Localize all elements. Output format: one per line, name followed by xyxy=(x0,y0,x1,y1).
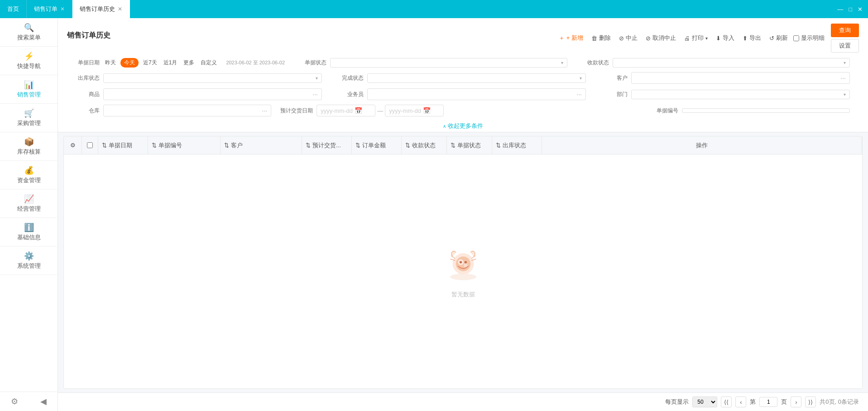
page-title: 销售订单历史 xyxy=(67,31,110,40)
stop-btn[interactable]: ⊘ 中止 xyxy=(616,32,640,44)
date-range-display: 2023-06-02 至 2023-06-02 xyxy=(226,59,285,66)
content-area: 销售订单历史 ＋ + 新增 🗑 删除 ⊘ 中止 ⊘ xyxy=(58,18,868,411)
dept-select[interactable]: ▾ xyxy=(631,90,850,99)
out-status-select[interactable]: ▾ xyxy=(103,73,322,83)
dept-arrow-icon: ▾ xyxy=(844,92,846,97)
prev-page-btn[interactable]: ‹ xyxy=(735,396,746,407)
svg-point-5 xyxy=(459,261,461,263)
sidebar-item-inventory[interactable]: 📦 库存核算 xyxy=(0,132,58,161)
per-page-select[interactable]: 50 100 200 xyxy=(692,396,717,407)
page-number-input[interactable] xyxy=(759,397,777,407)
finance-icon: 💰 xyxy=(24,166,34,174)
close-tab-history[interactable]: ✕ xyxy=(118,6,122,12)
query-button[interactable]: 查询 xyxy=(831,24,859,37)
sidebar-item-operations[interactable]: 📈 经营管理 xyxy=(0,189,58,218)
display-detail-toggle[interactable]: 显示明细 xyxy=(793,34,825,42)
operations-icon: 📈 xyxy=(24,195,34,203)
tab-sales-order-history[interactable]: 销售订单历史 ✕ xyxy=(72,0,130,18)
th-checkbox[interactable] xyxy=(82,136,98,154)
setting-button[interactable]: 设置 xyxy=(831,39,859,53)
page-label: 第 xyxy=(750,398,756,406)
th-doc-status[interactable]: ⇅ 单据状态 xyxy=(447,136,492,154)
stop-icon: ⊘ xyxy=(619,35,624,42)
sort-icon-out: ⇅ xyxy=(496,142,501,149)
new-btn[interactable]: ＋ + 新增 xyxy=(556,32,586,44)
out-status-arrow-icon: ▾ xyxy=(316,76,318,81)
next-page-btn[interactable]: › xyxy=(791,396,801,407)
doc-no-input[interactable] xyxy=(682,108,850,113)
sidebar-item-basics[interactable]: ℹ️ 基础信息 xyxy=(0,218,58,247)
sidebar-collapse-icon[interactable]: ◀ xyxy=(40,396,47,406)
date-today[interactable]: 今天 xyxy=(120,58,139,68)
customer-label: 客户 xyxy=(595,74,631,82)
pay-status-select[interactable]: ▾ xyxy=(613,58,850,68)
filter-row-4: 仓库 ··· 预计交货日期 yyyy-mm-dd 📅 — yyyy-mm-dd … xyxy=(67,105,859,116)
inventory-icon: 📦 xyxy=(24,138,34,146)
th-amount[interactable]: ⇅ 订单金额 xyxy=(352,136,402,154)
system-icon: ⚙️ xyxy=(24,252,34,260)
th-doc-no[interactable]: ⇅ 单据编号 xyxy=(148,136,221,154)
sidebar-item-system[interactable]: ⚙️ 系统管理 xyxy=(0,247,58,275)
th-out-status[interactable]: ⇅ 出库状态 xyxy=(492,136,542,154)
tab-sales-order[interactable]: 销售订单 ✕ xyxy=(27,0,72,18)
complete-status-select[interactable]: ▾ xyxy=(367,73,586,83)
delivery-date-end[interactable]: yyyy-mm-dd 📅 xyxy=(385,105,444,116)
pay-status-arrow-icon: ▾ xyxy=(844,60,846,65)
sidebar-item-finance[interactable]: 💰 资金管理 xyxy=(0,161,58,189)
sales-input[interactable]: ··· xyxy=(367,88,586,100)
empty-illustration xyxy=(443,244,484,285)
collapse-arrow-icon: ∧ xyxy=(443,124,446,129)
quicknav-icon: ⚡ xyxy=(24,52,34,60)
export-icon: ⬆ xyxy=(743,35,748,42)
th-customer[interactable]: ⇅ 客户 xyxy=(221,136,302,154)
display-detail-checkbox[interactable] xyxy=(793,35,799,41)
svg-line-7 xyxy=(451,256,455,258)
last-page-btn[interactable]: ⟩⟩ xyxy=(805,396,816,407)
date-more[interactable]: 更多 xyxy=(182,58,196,68)
warehouse-input[interactable]: ··· xyxy=(103,105,271,116)
svg-line-9 xyxy=(471,256,475,258)
th-pay-status[interactable]: ⇅ 收款状态 xyxy=(402,136,447,154)
date-custom[interactable]: 自定义 xyxy=(199,58,219,68)
sidebar-item-quicknav[interactable]: ⚡ 快捷导航 xyxy=(0,47,58,75)
cancel-stop-btn[interactable]: ⊘ 取消中止 xyxy=(643,32,679,44)
toolbar: ＋ + 新增 🗑 删除 ⊘ 中止 ⊘ 取消中止 xyxy=(556,24,859,53)
minimize-btn[interactable]: — xyxy=(837,6,843,13)
th-doc-date[interactable]: ⇅ 单据日期 xyxy=(98,136,148,154)
goods-input[interactable]: ··· xyxy=(103,88,322,100)
main-layout: 🔍 搜索菜单 ⚡ 快捷导航 📊 销售管理 🛒 采购管理 📦 库存核算 💰 资金管… xyxy=(0,18,868,411)
top-tab-bar: 首页 销售订单 ✕ 销售订单历史 ✕ — □ ✕ xyxy=(0,0,868,18)
first-page-btn[interactable]: ⟨⟨ xyxy=(721,396,732,407)
sidebar-bottom: ⚙ ◀ xyxy=(0,392,58,411)
sales-label: 业务员 xyxy=(331,91,367,98)
date-yesterday[interactable]: 昨天 xyxy=(103,58,118,68)
print-arrow-icon: ▾ xyxy=(705,36,708,41)
th-settings[interactable]: ⚙ xyxy=(64,136,82,154)
import-btn[interactable]: ⬇ 导入 xyxy=(713,32,737,44)
close-window-btn[interactable]: ✕ xyxy=(858,6,863,13)
collapse-filters-btn[interactable]: ∧ 收起更多条件 xyxy=(67,120,859,132)
print-btn[interactable]: 🖨 打印 ▾ xyxy=(681,32,710,44)
sidebar-item-search[interactable]: 🔍 搜索菜单 xyxy=(0,18,58,47)
date-7days[interactable]: 近7天 xyxy=(141,58,159,68)
delivery-date-label: 预计交货日期 xyxy=(280,107,317,115)
print-icon: 🖨 xyxy=(684,35,690,42)
sidebar-item-sales[interactable]: 📊 销售管理 xyxy=(0,75,58,104)
maximize-btn[interactable]: □ xyxy=(849,6,852,13)
th-delivery[interactable]: ⇅ 预计交货... xyxy=(302,136,352,154)
date-1month[interactable]: 近1月 xyxy=(162,58,179,68)
date-dash: — xyxy=(377,107,383,114)
close-tab-sales-order[interactable]: ✕ xyxy=(60,6,65,12)
customer-input[interactable]: ··· xyxy=(631,72,850,84)
export-btn[interactable]: ⬆ 导出 xyxy=(740,32,764,44)
empty-text: 暂无数据 xyxy=(451,290,475,299)
doc-status-select[interactable]: ▾ xyxy=(330,58,567,68)
svg-point-0 xyxy=(450,274,476,280)
sidebar-item-purchase[interactable]: 🛒 采购管理 xyxy=(0,104,58,132)
delivery-date-start[interactable]: yyyy-mm-dd 📅 xyxy=(317,105,375,116)
select-all-checkbox[interactable] xyxy=(87,142,93,148)
tab-home[interactable]: 首页 xyxy=(0,0,27,18)
sidebar-settings-icon[interactable]: ⚙ xyxy=(11,396,18,406)
delete-btn[interactable]: 🗑 删除 xyxy=(589,32,614,44)
refresh-btn[interactable]: ↺ 刷新 xyxy=(767,32,791,44)
